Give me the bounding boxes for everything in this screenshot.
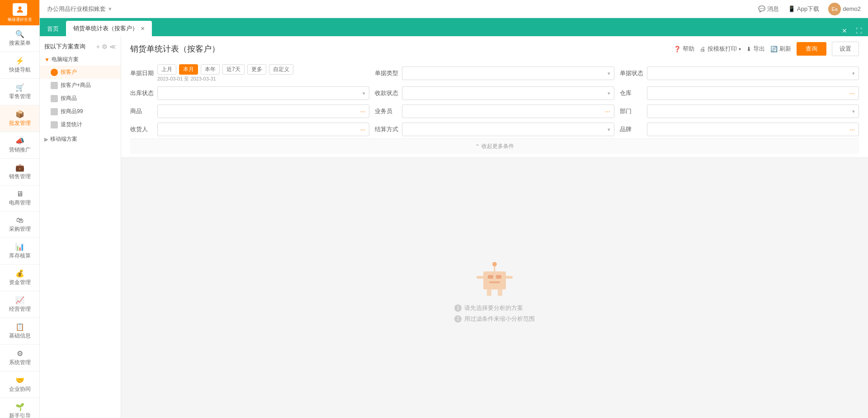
sidebar-item-marketing[interactable]: 📣 营销推广: [0, 132, 39, 159]
tab-home-label: 首页: [47, 25, 59, 33]
sidebar-item-quick-nav[interactable]: ⚡ 快捷导航: [0, 52, 39, 79]
message-btn[interactable]: 💬 消息: [758, 5, 779, 13]
warehouse-input[interactable]: ···: [647, 86, 859, 100]
tip-text-1: 请先选择要分析的方案: [464, 304, 523, 312]
scheme-item-label: 按商品99: [61, 108, 83, 115]
scheme-item-by-goods-99[interactable]: 按商品99: [40, 105, 121, 118]
sidebar-item-retail[interactable]: 🛒 零售管理: [0, 79, 39, 105]
date-btn-this-year[interactable]: 本年: [201, 64, 220, 75]
settings-scheme-btn[interactable]: ⚙: [102, 43, 108, 50]
sidebar-item-cooperation[interactable]: 🤝 企业协同: [0, 371, 39, 398]
doc-status-input[interactable]: ▾: [647, 66, 859, 80]
sidebar-item-system[interactable]: ⚙ 系统管理: [0, 345, 39, 371]
salesperson-input[interactable]: ···: [402, 104, 614, 118]
scheme-item-by-customer-goods[interactable]: 按客户+商品: [40, 79, 121, 92]
brand-input[interactable]: ···: [647, 123, 859, 136]
collapse-bar[interactable]: ⌃ 收起更多条件: [130, 138, 859, 154]
sidebar-item-label: 新手引导: [9, 412, 31, 418]
wholesale-icon: 📦: [15, 110, 24, 119]
sidebar-item-label: 基础信息: [9, 332, 31, 340]
doc-type-input[interactable]: ▾: [402, 66, 614, 80]
message-label: 消息: [767, 5, 779, 13]
filter-item-receiver: 收货人 ···: [130, 122, 369, 137]
inventory-icon: 📊: [15, 242, 24, 251]
close-window-btn[interactable]: ✕: [839, 25, 850, 36]
sidebar-item-label: 销售管理: [9, 173, 31, 180]
tab-bar-right: ✕ ⛶: [839, 25, 868, 36]
maximize-btn[interactable]: ⛶: [854, 25, 864, 36]
export-btn[interactable]: ⬇ 导出: [746, 45, 765, 53]
user-menu[interactable]: Ea demo2: [828, 3, 861, 15]
marketing-icon: 📣: [15, 137, 24, 145]
export-label: 导出: [753, 45, 765, 53]
tab-sales-stat[interactable]: 销货单统计表（按客户） ✕: [66, 21, 152, 36]
sidebar-item-ecommerce[interactable]: 🖥 电商管理: [0, 185, 39, 212]
sidebar-item-finance[interactable]: 💰 资金管理: [0, 265, 39, 291]
scheme-group-toggle-mobile[interactable]: ▶ 移动端方案: [40, 133, 121, 145]
settlement-input[interactable]: ▾: [402, 123, 614, 136]
refresh-btn[interactable]: 🔄 刷新: [770, 45, 791, 53]
filter-item-department: 部门 ▾: [620, 104, 859, 119]
dropdown-arrow-dept: ▾: [852, 109, 855, 114]
scheme-item-by-customer[interactable]: 按客户: [40, 66, 121, 79]
add-scheme-btn[interactable]: +: [96, 43, 100, 50]
scheme-group-label: 移动端方案: [50, 135, 77, 143]
scheme-group-mobile: ▶ 移动端方案: [40, 133, 121, 145]
scheme-item-by-goods[interactable]: 按商品: [40, 92, 121, 105]
main-area: 办公用品行业模拟账套 ▾ 💬 消息 📱 App下载 Ea demo2 首页 销货…: [40, 0, 868, 418]
print-btn[interactable]: 🖨 按模板打印 ▾: [700, 45, 741, 53]
page-actions: ❓ 帮助 🖨 按模板打印 ▾ ⬇ 导出 🔄: [674, 42, 859, 56]
settings-button[interactable]: 设置: [832, 42, 859, 56]
sidebar-item-search[interactable]: 🔍 搜索菜单: [0, 25, 39, 52]
dots-goods: ···: [360, 108, 366, 115]
help-label: 帮助: [683, 45, 694, 53]
sidebar-item-guide[interactable]: 🌱 新手引导: [0, 398, 39, 418]
help-btn[interactable]: ❓ 帮助: [674, 45, 694, 53]
ship-status-input[interactable]: ▾: [157, 86, 369, 100]
app-download-btn[interactable]: 📱 App下载: [788, 5, 819, 13]
scheme-item-return-stats[interactable]: 退货统计: [40, 118, 121, 131]
scheme-item-label: 退货统计: [61, 121, 82, 128]
empty-tips: 1 请先选择要分析的方案 2 用过滤条件来缩小分析范围: [454, 304, 535, 323]
date-btn-this-month[interactable]: 本月: [179, 64, 198, 75]
sidebar-item-basic[interactable]: 📋 基础信息: [0, 318, 39, 345]
close-tab-btn[interactable]: ✕: [141, 26, 145, 32]
sidebar-item-purchase[interactable]: 🛍 采购管理: [0, 212, 39, 238]
svg-rect-5: [476, 276, 484, 279]
empty-tip-2: 2 用过滤条件来缩小分析范围: [454, 315, 535, 323]
sidebar-item-label: 采购管理: [9, 225, 31, 233]
scheme-panel-title: 按以下方案查询: [44, 43, 85, 51]
department-input[interactable]: ▾: [647, 104, 859, 118]
department-label: 部门: [620, 107, 643, 115]
query-button[interactable]: 查询: [797, 42, 826, 56]
receiver-input[interactable]: ···: [157, 123, 369, 136]
dropdown-arrow-icon[interactable]: ▾: [108, 5, 112, 12]
date-btn-custom[interactable]: 自定义: [269, 64, 293, 75]
payment-status-input[interactable]: ▾: [402, 86, 614, 100]
doc-status-label: 单据状态: [620, 69, 643, 77]
date-btn-last-month[interactable]: 上月: [157, 64, 176, 75]
sidebar-item-inventory[interactable]: 📊 库存核算: [0, 238, 39, 265]
filter-item-brand: 品牌 ···: [620, 122, 859, 137]
print-icon: 🖨: [700, 46, 706, 52]
avatar: Ea: [828, 3, 841, 15]
filter-item-payment-status: 收款状态 ▾: [375, 86, 614, 100]
empty-illustration: [472, 253, 517, 299]
collapse-scheme-btn[interactable]: ≪: [109, 43, 116, 50]
goods-input[interactable]: ···: [157, 104, 369, 118]
dropdown-arrow-ship: ▾: [363, 90, 365, 96]
settlement-label: 结算方式: [375, 125, 398, 133]
scheme-icon-grid3: [51, 108, 58, 115]
date-btn-last-7[interactable]: 近7天: [222, 64, 245, 75]
date-btn-more[interactable]: 更多: [247, 64, 266, 75]
scheme-group-toggle-desktop[interactable]: ▼ 电脑端方案: [40, 53, 121, 66]
sidebar: 畅捷通好生意 🔍 搜索菜单 ⚡ 快捷导航 🛒 零售管理 📦 批发管理 📣 营销推…: [0, 0, 40, 418]
sidebar-item-operations[interactable]: 📈 经营管理: [0, 291, 39, 318]
phone-icon: 📱: [788, 5, 795, 12]
sidebar-item-wholesale[interactable]: 📦 批发管理: [0, 105, 39, 132]
sidebar-item-sales[interactable]: 💼 销售管理: [0, 159, 39, 185]
sidebar-item-label: 批发管理: [9, 119, 31, 127]
svg-rect-2: [488, 275, 493, 279]
tab-home[interactable]: 首页: [40, 22, 66, 36]
sidebar-item-label: 营销推广: [9, 146, 31, 154]
